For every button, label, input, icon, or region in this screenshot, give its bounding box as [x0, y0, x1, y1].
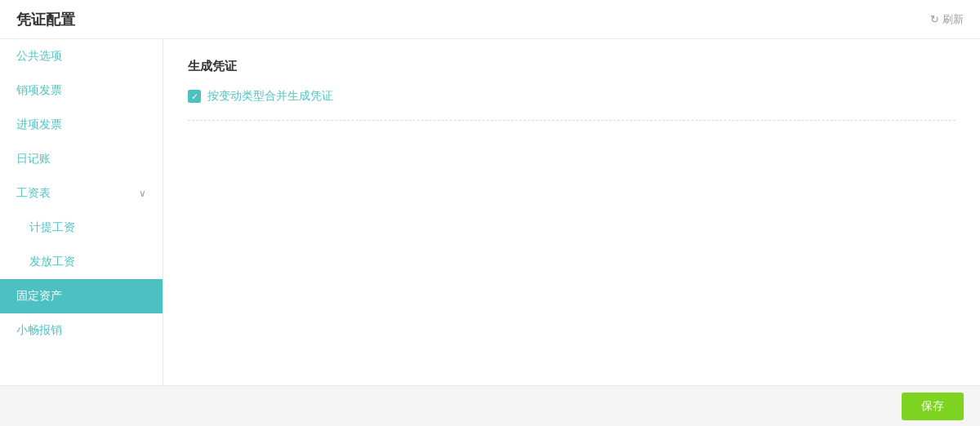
page-wrapper: 凭证配置 ↻ 刷新 公共选项 销项发票 进项发票 日记账 工资表 ∨ — [0, 0, 980, 426]
sidebar-item-label: 计提工资 — [29, 220, 75, 235]
refresh-icon: ↻ — [930, 13, 939, 25]
sidebar-item-label: 工资表 — [16, 186, 51, 201]
checkbox-row: ✓ 按变动类型合并生成凭证 — [188, 89, 956, 104]
sidebar-item-label: 公共选项 — [16, 49, 62, 64]
header: 凭证配置 ↻ 刷新 — [0, 0, 980, 39]
footer: 保存 — [0, 385, 980, 426]
sidebar-item-label: 发放工资 — [29, 255, 75, 269]
sidebar: 公共选项 销项发票 进项发票 日记账 工资表 ∨ 计提工资 发放工资 固定资 — [0, 39, 163, 385]
sidebar-item-public-options[interactable]: 公共选项 — [0, 39, 163, 73]
checkmark-icon: ✓ — [191, 92, 198, 101]
merge-checkbox[interactable]: ✓ — [188, 90, 201, 103]
save-button[interactable]: 保存 — [902, 393, 964, 420]
sidebar-item-label: 销项发票 — [16, 83, 62, 98]
chevron-down-icon: ∨ — [139, 188, 146, 199]
section-divider — [188, 120, 956, 121]
sidebar-item-label: 固定资产 — [16, 289, 62, 304]
sidebar-item-payroll-release[interactable]: 发放工资 — [0, 245, 163, 279]
sidebar-item-expense-claim[interactable]: 小畅报销 — [0, 313, 163, 348]
sidebar-item-journal[interactable]: 日记账 — [0, 142, 163, 176]
sidebar-item-label: 进项发票 — [16, 118, 62, 132]
refresh-button[interactable]: ↻ 刷新 — [930, 12, 964, 27]
content-area: 生成凭证 ✓ 按变动类型合并生成凭证 — [163, 39, 980, 385]
section-title: 生成凭证 — [188, 59, 956, 74]
sidebar-item-label: 日记账 — [16, 152, 51, 166]
sidebar-item-label: 小畅报销 — [16, 323, 62, 338]
refresh-label: 刷新 — [942, 12, 964, 27]
sidebar-item-payroll-commission[interactable]: 计提工资 — [0, 211, 163, 245]
sidebar-item-purchase-invoice[interactable]: 进项发票 — [0, 108, 163, 142]
sidebar-item-fixed-assets[interactable]: 固定资产 — [0, 279, 163, 313]
page-title: 凭证配置 — [16, 10, 75, 29]
checkbox-label[interactable]: 按变动类型合并生成凭证 — [207, 89, 333, 104]
main-area: 公共选项 销项发票 进项发票 日记账 工资表 ∨ 计提工资 发放工资 固定资 — [0, 39, 980, 385]
sidebar-item-sales-invoice[interactable]: 销项发票 — [0, 73, 163, 108]
sidebar-item-payroll[interactable]: 工资表 ∨ — [0, 176, 163, 211]
